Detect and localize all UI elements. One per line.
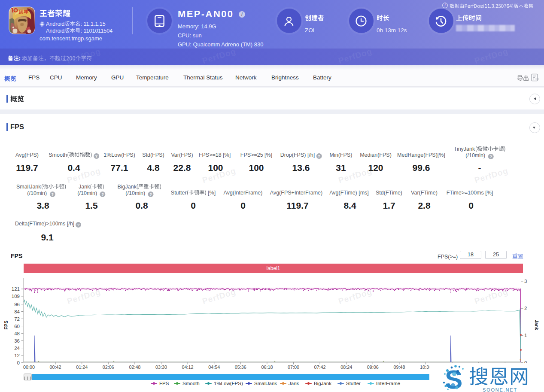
svg-text:05:36: 05:36 [235,365,246,370]
svg-text:FPS: FPS [3,320,9,329]
svg-text:01:24: 01:24 [76,365,88,370]
svg-text:1: 1 [524,333,527,338]
svg-text:109: 109 [12,294,20,299]
svg-text:Jank: Jank [534,320,539,330]
svg-text:00:42: 00:42 [50,365,61,370]
svg-text:02:48: 02:48 [129,365,140,370]
svg-text:04:54: 04:54 [208,365,220,370]
svg-text:00:00: 00:00 [23,365,35,370]
svg-text:S: S [445,365,462,392]
svg-text:0: 0 [17,360,20,365]
svg-text:04:12: 04:12 [182,365,194,370]
svg-text:96: 96 [14,302,20,307]
svg-text:72: 72 [14,316,20,322]
svg-text:08:24: 08:24 [340,365,352,370]
svg-text:07:42: 07:42 [314,365,326,370]
svg-text:2: 2 [524,306,527,311]
svg-text:02:06: 02:06 [103,365,114,370]
svg-text:48: 48 [14,331,20,336]
svg-text:03:30: 03:30 [155,365,167,370]
svg-text:07:00: 07:00 [288,365,299,370]
svg-text:09:06: 09:06 [367,365,379,370]
svg-text:3: 3 [524,279,527,284]
svg-text:36: 36 [14,338,20,343]
svg-text:06:18: 06:18 [261,365,273,370]
svg-text:84: 84 [14,309,20,314]
svg-text:60: 60 [14,324,20,329]
svg-text:121: 121 [12,286,20,292]
svg-text:24: 24 [14,346,20,351]
svg-text:12: 12 [14,353,20,358]
svg-text:09:48: 09:48 [393,365,405,370]
